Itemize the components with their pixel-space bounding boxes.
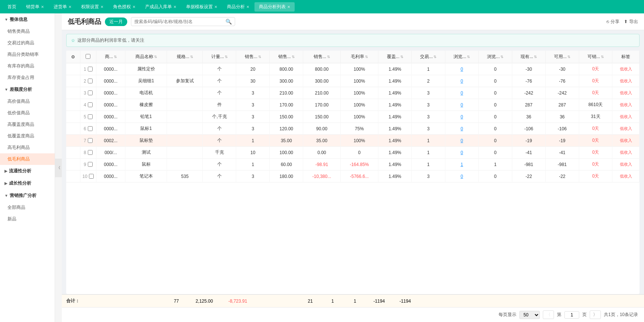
row-checkbox-9[interactable]: [88, 162, 93, 167]
row-sales-price-3: 210.00: [270, 87, 303, 99]
row-tag-2: 低收入: [612, 75, 640, 87]
row-trade-1: 1: [411, 63, 445, 75]
col-available[interactable]: 可用...⇅: [545, 51, 579, 63]
next-page-button[interactable]: 〉: [590, 310, 601, 319]
nav-close-template[interactable]: ✕: [214, 5, 217, 9]
sidebar-item-low-coverage[interactable]: 低覆盖度商品: [0, 130, 55, 142]
sort-icon-b2: ⇅: [500, 55, 503, 59]
row-code-10: 0000...: [96, 170, 125, 182]
row-checkbox-5[interactable]: [88, 114, 93, 119]
col-browse2[interactable]: 浏览...⇅: [478, 51, 512, 63]
sort-icon-gross: ⇅: [365, 55, 368, 59]
col-sales-qty[interactable]: 销售...⇅: [236, 51, 270, 63]
row-checkbox-2[interactable]: [88, 79, 93, 83]
prev-page-button[interactable]: 〈: [543, 310, 554, 319]
sidebar-item-new-goods[interactable]: 新品: [0, 213, 55, 225]
col-current[interactable]: 现有...⇅: [512, 51, 545, 63]
row-sales-amt-6: 90.00: [303, 123, 340, 135]
row-sales-amt-7: 35.00: [303, 135, 340, 147]
content-area: 低毛利商品 近一月 🔍 ⎋ 分享 ⬆ 导出 ☆ 这部分商品的利润非常低，请关注: [62, 13, 644, 322]
col-tag[interactable]: 标签: [612, 51, 640, 63]
sort-icon-spec: ⇅: [190, 55, 193, 59]
col-spec[interactable]: 规格...⇅: [167, 51, 203, 63]
nav-close-product-entry[interactable]: ✕: [173, 5, 176, 9]
sidebar-item-low-margin[interactable]: 低毛利商品: [0, 153, 55, 165]
row-checkbox-10[interactable]: [89, 174, 94, 179]
row-tag-1: 低收入: [612, 63, 640, 75]
row-checkbox-4[interactable]: [88, 102, 93, 107]
col-coverage[interactable]: 覆盖...⇅: [378, 51, 412, 63]
nav-close-permissions[interactable]: ✕: [100, 5, 103, 9]
row-browse2-1: 0: [478, 63, 512, 75]
sidebar-item-high-margin[interactable]: 高毛利商品: [0, 142, 55, 153]
col-name[interactable]: 商品名称⇅: [125, 51, 167, 63]
share-icon: ⎋: [606, 19, 609, 24]
nav-item-template[interactable]: 单据模板设置 ✕: [182, 2, 222, 12]
sidebar-item-low-value[interactable]: 低价值商品: [0, 107, 55, 119]
sidebar-item-all-goods[interactable]: 全部商品: [0, 202, 55, 213]
col-gross-rate[interactable]: 毛利率⇅: [340, 51, 378, 63]
nav-item-product-entry[interactable]: 产成品入库单 ✕: [141, 2, 181, 12]
nav-close-goods-list[interactable]: ✕: [287, 5, 290, 9]
sidebar-item-in-stock[interactable]: 有库存的商品: [0, 60, 55, 72]
nav-item-home[interactable]: 首页: [3, 2, 21, 12]
sidebar-item-traded-goods[interactable]: 交易过的商品: [0, 37, 55, 49]
nav-item-goods-analysis[interactable]: 商品分析 ✕: [222, 2, 254, 12]
sidebar-group-overall[interactable]: ▼ 整体信息: [0, 13, 55, 26]
sidebar-item-category-rate[interactable]: 商品分类助销率: [0, 49, 55, 60]
nav-item-sales[interactable]: 销货单 ✕: [22, 2, 48, 12]
sidebar-group-margin[interactable]: ▼ 差额度分析: [0, 83, 55, 96]
total-sales-price: 2,125.00: [188, 299, 221, 304]
sidebar-item-high-value[interactable]: 高价值商品: [0, 96, 55, 107]
row-browse1-6: 0: [445, 123, 478, 135]
sidebar-group-liquidity[interactable]: ▶ 流通性分析: [0, 165, 55, 177]
search-icon[interactable]: 🔍: [225, 19, 232, 25]
sidebar-item-sales-goods[interactable]: 销售类商品: [0, 26, 55, 37]
row-coverage-5: 1.49%: [378, 111, 412, 123]
row-name-7: 鼠标垫: [125, 135, 167, 147]
share-button[interactable]: ⎋ 分享: [606, 19, 619, 25]
col-sales-amt[interactable]: 销售...⇅: [303, 51, 340, 63]
row-browse2-8: 0: [478, 147, 512, 159]
row-checkbox-8[interactable]: [88, 150, 93, 155]
per-page-select[interactable]: 50 100 200: [519, 311, 540, 319]
nav-close-goods-analysis[interactable]: ✕: [246, 5, 249, 9]
sidebar-group-growth[interactable]: ▶ 成长性分析: [0, 177, 55, 189]
row-tag-4: 低收入: [612, 99, 640, 111]
search-input[interactable]: [134, 19, 225, 24]
row-saleable-9: 0天: [579, 159, 612, 170]
row-spec-7: [167, 135, 203, 147]
sidebar-item-high-coverage[interactable]: 高覆盖度商品: [0, 119, 55, 130]
page-number-input[interactable]: [564, 311, 579, 319]
nav-item-permissions[interactable]: 权限设置 ✕: [77, 2, 108, 12]
col-settings[interactable]: ⚙: [66, 51, 80, 63]
sidebar-item-stock-capital[interactable]: 库存资金占用: [0, 72, 55, 83]
time-filter-button[interactable]: 近一月: [105, 17, 127, 26]
row-checkbox-1[interactable]: [88, 67, 93, 71]
row-browse2-6: 0: [478, 123, 512, 135]
row-trade-8: 1: [411, 147, 445, 159]
nav-item-purchase[interactable]: 进货单 ✕: [49, 2, 76, 12]
export-button[interactable]: ⬆ 导出: [624, 19, 638, 25]
sidebar-group-marketing[interactable]: ▼ 营销推广分析: [0, 189, 55, 202]
col-code[interactable]: 商...⇅: [96, 51, 125, 63]
nav-item-goods-list[interactable]: 商品分析列表 ✕: [254, 2, 295, 12]
sidebar-collapse-button[interactable]: 《: [55, 159, 62, 177]
col-unit[interactable]: 计量...⇅: [203, 51, 236, 63]
table-row: 9 0000... 鼠标 个 1 60.00 -98.91 -164.85% 1…: [66, 159, 640, 170]
col-browse1[interactable]: 浏览...⇅: [445, 51, 478, 63]
col-trade[interactable]: 交易...⇅: [411, 51, 445, 63]
col-saleable[interactable]: 可销...⇅: [579, 51, 612, 63]
nav-close-sales[interactable]: ✕: [41, 5, 44, 9]
col-checkbox[interactable]: [80, 51, 96, 63]
row-checkbox-7[interactable]: [88, 138, 93, 143]
row-checkbox-6[interactable]: [88, 126, 93, 131]
select-all-checkbox[interactable]: [86, 54, 90, 59]
nav-item-roles[interactable]: 角色授权 ✕: [109, 2, 140, 12]
nav-close-purchase[interactable]: ✕: [68, 5, 71, 9]
row-checkbox-3[interactable]: [88, 90, 93, 95]
col-sales-price[interactable]: 销售...⇅: [270, 51, 303, 63]
row-sales-amt-1: 800.00: [303, 63, 340, 75]
row-name-4: 橡皮擦: [125, 99, 167, 111]
nav-close-roles[interactable]: ✕: [132, 5, 135, 9]
